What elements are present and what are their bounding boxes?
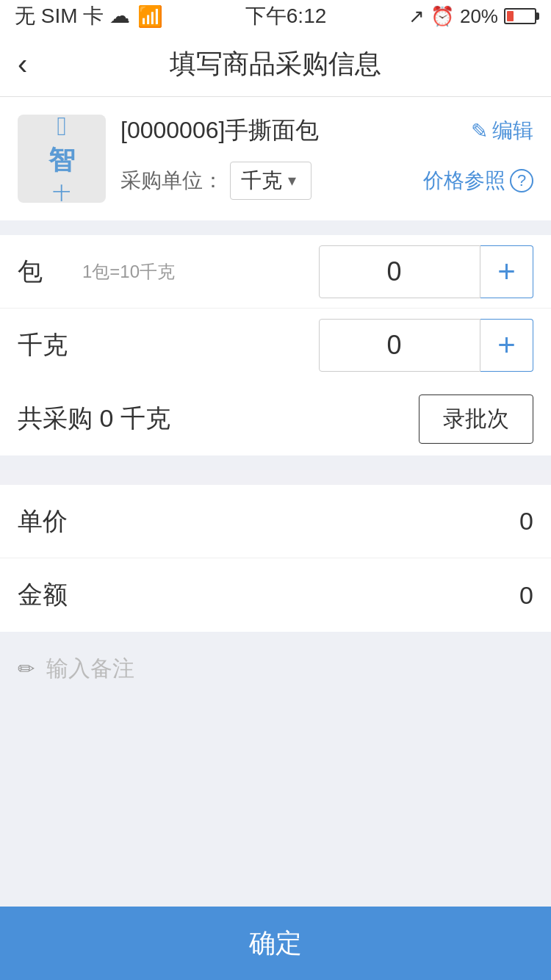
unit-price-row: 单价 0	[0, 485, 551, 558]
bag-plus-button[interactable]: +	[480, 245, 533, 298]
notes-section[interactable]: ✏ 输入备注	[0, 632, 551, 705]
logo-text-top: 智	[48, 143, 75, 179]
battery-fill	[507, 11, 514, 21]
amount-row: 金额 0	[0, 558, 551, 632]
batch-button[interactable]: 录批次	[419, 394, 533, 444]
amount-value: 0	[519, 581, 533, 610]
chevron-icon: ▾	[288, 171, 296, 190]
battery-icon	[504, 8, 536, 24]
separator-2	[0, 455, 551, 470]
kg-plus-button[interactable]: +	[480, 319, 533, 372]
bag-label: 包	[18, 255, 76, 289]
kg-quantity-input[interactable]	[319, 319, 480, 372]
amount-label: 金额	[18, 578, 68, 612]
status-left: 无 SIM 卡 ☁ 📶	[15, 2, 163, 30]
notes-placeholder: 输入备注	[46, 654, 134, 684]
bag-sublabel: 1包=10千克	[82, 260, 175, 284]
page-title: 填写商品采购信息	[170, 46, 381, 82]
edit-icon: ✎	[471, 119, 488, 143]
edit-label: 编辑	[492, 117, 533, 145]
product-name: [0000006]手撕面包	[120, 115, 319, 147]
product-image:  智 十	[18, 115, 106, 203]
product-card:  智 十 [0000006]手撕面包 ✎ 编辑 采购单位： 千克 ▾	[0, 97, 551, 220]
status-time: 下午6:12	[245, 2, 327, 30]
bag-input-right: +	[319, 245, 533, 298]
alarm-icon: ⏰	[431, 5, 454, 28]
kg-input-row: 千克 +	[0, 309, 551, 382]
help-icon: ?	[510, 169, 533, 192]
pencil-icon: ✏	[18, 657, 35, 681]
location-icon: ↗	[408, 5, 425, 28]
bag-quantity-input[interactable]	[319, 245, 480, 298]
empty-area	[0, 705, 551, 926]
wifi-icon: 📶	[137, 4, 163, 29]
product-header: [0000006]手撕面包 ✎ 编辑	[120, 115, 533, 147]
edit-button[interactable]: ✎ 编辑	[471, 117, 533, 145]
sim-status: 无 SIM 卡 ☁	[15, 2, 130, 30]
summary-text: 共采购 0 千克	[18, 402, 170, 436]
back-button[interactable]: ‹	[18, 48, 27, 81]
kg-input-right: +	[319, 319, 533, 372]
status-right: ↗ ⏰ 20%	[408, 5, 536, 28]
logo-owl: 	[57, 113, 66, 140]
battery-percent: 20%	[460, 5, 498, 28]
kg-label: 千克	[18, 328, 76, 362]
nav-bar: ‹ 填写商品采购信息	[0, 32, 551, 97]
separator-1	[0, 220, 551, 235]
bag-input-row: 包 1包=10千克 +	[0, 235, 551, 309]
logo-text-bottom: 十	[53, 181, 71, 205]
price-ref-btn[interactable]: 价格参照 ?	[423, 167, 533, 195]
confirm-button[interactable]: 确定	[0, 907, 551, 980]
quantity-section: 包 1包=10千克 + 千克 +	[0, 235, 551, 382]
unit-label: 采购单位：	[120, 169, 223, 192]
price-ref-label: 价格参照	[423, 167, 505, 195]
unit-value: 千克	[241, 167, 282, 195]
status-bar: 无 SIM 卡 ☁ 📶 下午6:12 ↗ ⏰ 20%	[0, 0, 551, 32]
summary-row: 共采购 0 千克 录批次	[0, 382, 551, 455]
unit-price-value: 0	[519, 507, 533, 536]
unit-selector: 采购单位： 千克 ▾	[120, 162, 311, 200]
unit-price-label: 单价	[18, 505, 68, 538]
price-section: 单价 0 金额 0	[0, 485, 551, 632]
product-info: [0000006]手撕面包 ✎ 编辑 采购单位： 千克 ▾ 价格参照 ?	[120, 115, 533, 200]
product-unit-row: 采购单位： 千克 ▾ 价格参照 ?	[120, 162, 533, 200]
unit-select-btn[interactable]: 千克 ▾	[230, 162, 311, 200]
